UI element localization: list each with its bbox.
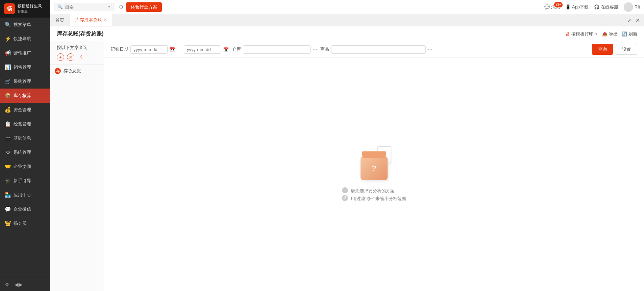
sidebar-item-system[interactable]: ⚙ 系统管理 <box>0 145 50 160</box>
finance-icon: 💰 <box>5 107 11 113</box>
online-service-button[interactable]: 🎧 在线客服 <box>594 4 618 10</box>
empty-tips: 1 请先选择要分析的方案 2 用[过滤]条件来缩小分析范围 <box>342 187 406 203</box>
settings-footer-button[interactable]: ⚙ <box>5 282 9 288</box>
sidebar-item-finance[interactable]: 💰 资金管理 <box>0 103 50 117</box>
goods-more-icon[interactable]: ··· <box>428 46 432 52</box>
content-body: 按以下方案查询 + ✕ 《 存 存货总账 记账日期 <box>50 41 644 291</box>
inventory-icon: 📦 <box>5 93 11 99</box>
logo-icon: 畅 <box>4 3 15 14</box>
sidebar-item-shortcut[interactable]: ⚡ 快捷导航 <box>0 32 50 46</box>
sidebar-item-sales[interactable]: 📊 销售管理 <box>0 60 50 74</box>
tab-close-icon[interactable]: ✕ <box>104 18 107 22</box>
industry-button[interactable]: 体验行业方案 <box>126 2 162 12</box>
operation-icon: 📋 <box>5 121 11 127</box>
settings-button[interactable]: 设置 <box>616 44 637 55</box>
headset-icon: 🎧 <box>594 4 599 9</box>
user-area[interactable]: Rit <box>624 2 640 12</box>
sidebar-item-purchase[interactable]: 🛒 采购管理 <box>0 74 50 89</box>
export-button[interactable]: 📤 导出 <box>602 31 618 37</box>
empty-box <box>361 156 388 180</box>
goods-label: 商品 <box>320 46 329 52</box>
filter-collapse-button[interactable]: 《 <box>78 54 82 60</box>
tab-home[interactable]: 首页 <box>50 14 70 26</box>
main-area: 🔍 ▼ ⚙ 体验行业方案 💬 消息 99+ 📱 App下载 🎧 在线客服 Rit <box>50 0 644 291</box>
filter-scheme-item[interactable]: 存 存货总账 <box>50 65 104 77</box>
print-button[interactable]: 🖨 按模板打印 ▼ <box>566 31 598 37</box>
query-button[interactable]: 查询 <box>592 44 613 55</box>
export-icon: 📤 <box>602 31 608 37</box>
app-badge: 标准版 <box>18 9 42 14</box>
sidebar-item-operation[interactable]: 📋 经营管理 <box>0 117 50 131</box>
warehouse-label: 仓库 <box>232 46 241 52</box>
calendar-to-icon[interactable]: 📅 <box>223 47 229 52</box>
sidebar-item-inventory[interactable]: 📦 库存核算 <box>0 89 50 103</box>
corp-icon: 🤝 <box>5 164 11 170</box>
page-header: 库存总账(存货总账) 🖨 按模板打印 ▼ 📤 导出 🔄 刷新 <box>50 26 644 41</box>
refresh-icon: 🔄 <box>622 31 627 37</box>
expand-tabs-icon[interactable]: ⤢ <box>625 14 634 26</box>
calendar-from-icon[interactable]: 📅 <box>170 47 175 52</box>
search-area[interactable]: 🔍 ▼ <box>54 3 115 11</box>
main-right: 记账日期 📅 — 📅 仓库 ··· 商品 <box>104 41 644 291</box>
date-from-input[interactable] <box>130 45 168 54</box>
print-icon: 🖨 <box>566 31 570 37</box>
empty-tip-1: 1 请先选择要分析的方案 <box>342 187 406 195</box>
sidebar-item-guide[interactable]: 🎓 新手引导 <box>0 174 50 188</box>
filter-bar-label: 按以下方案查询 <box>57 45 88 51</box>
warehouse-filter-group: 仓库 ··· <box>232 45 317 54</box>
header-actions: 🖨 按模板打印 ▼ 📤 导出 🔄 刷新 <box>566 31 637 37</box>
topbar: 🔍 ▼ ⚙ 体验行业方案 💬 消息 99+ 📱 App下载 🎧 在线客服 Rit <box>50 0 644 14</box>
refresh-button[interactable]: 🔄 刷新 <box>622 31 637 37</box>
search-input[interactable] <box>65 4 105 9</box>
filter-add-button[interactable]: + <box>57 53 64 61</box>
filter-panel: 按以下方案查询 + ✕ 《 存 存货总账 <box>50 41 104 291</box>
sidebar-item-member[interactable]: 👑 畅会员 <box>0 216 50 231</box>
filter-actions: 查询 设置 <box>592 44 637 55</box>
search-icon: 🔍 <box>57 4 63 9</box>
date-to-input[interactable] <box>184 45 221 54</box>
message-icon: 💬 <box>544 4 550 9</box>
wechat-icon: 💬 <box>5 206 11 212</box>
shortcut-icon: ⚡ <box>5 36 11 42</box>
app-name: 畅捷通好生意 <box>18 4 42 9</box>
goods-input[interactable] <box>331 45 426 54</box>
message-button[interactable]: 💬 消息 99+ <box>544 4 560 10</box>
marketing-icon: 📢 <box>5 50 11 56</box>
base-icon: 🗃 <box>5 136 11 141</box>
collapse-footer-button[interactable]: ◀▶ <box>15 282 23 288</box>
filter-fields: 记账日期 📅 — 📅 仓库 ··· 商品 <box>104 41 644 58</box>
sidebar-nav: 🔍 搜索菜单 ⚡ 快捷导航 📢 营销推广 📊 销售管理 🛒 采购管理 📦 库存核… <box>0 18 50 278</box>
filter-close-button[interactable]: ✕ <box>67 53 74 61</box>
avatar <box>624 2 633 12</box>
sidebar-item-corp[interactable]: 🤝 企业协同 <box>0 160 50 174</box>
phone-icon: 📱 <box>565 4 571 9</box>
system-icon: ⚙ <box>5 149 11 155</box>
message-badge: 99+ <box>554 2 563 7</box>
tab-inventory-ledger[interactable]: 库存成本总账 ✕ <box>70 14 113 26</box>
member-icon: 👑 <box>5 220 11 226</box>
page-title: 库存总账(存货总账) <box>57 30 104 38</box>
empty-tip-2: 2 用[过滤]条件来缩小分析范围 <box>342 195 406 202</box>
guide-icon: 🎓 <box>5 178 11 184</box>
sidebar-item-appstore[interactable]: 🏪 应用中心 <box>0 188 50 202</box>
search-icon: 🔍 <box>5 22 11 28</box>
sidebar: 畅 畅捷通好生意 标准版 🔍 搜索菜单 ⚡ 快捷导航 📢 营销推广 📊 销售管理… <box>0 0 50 291</box>
appstore-icon: 🏪 <box>5 192 11 198</box>
chevron-down-icon: ▼ <box>107 5 111 9</box>
sidebar-item-base[interactable]: 🗃 基础信息 <box>0 131 50 145</box>
app-logo: 畅 畅捷通好生意 标准版 <box>0 0 50 18</box>
sidebar-item-wechat[interactable]: 💬 企业微信 <box>0 202 50 216</box>
sidebar-item-search[interactable]: 🔍 搜索菜单 <box>0 18 50 32</box>
empty-state: 1 请先选择要分析的方案 2 用[过滤]条件来缩小分析范围 <box>104 58 644 291</box>
chevron-down-icon: ▼ <box>595 32 598 36</box>
empty-illustration <box>354 146 394 180</box>
sidebar-item-marketing[interactable]: 📢 营销推广 <box>0 46 50 60</box>
app-download-button[interactable]: 📱 App下载 <box>565 4 589 10</box>
page-content: 库存总账(存货总账) 🖨 按模板打印 ▼ 📤 导出 🔄 刷新 <box>50 26 644 291</box>
warehouse-more-icon[interactable]: ··· <box>313 46 317 52</box>
warehouse-input[interactable] <box>243 45 311 54</box>
gear-icon[interactable]: ⚙ <box>119 4 123 10</box>
goods-filter-group: 商品 ··· <box>320 45 432 54</box>
date-filter-group: 记账日期 📅 — 📅 <box>111 45 229 54</box>
sales-icon: 📊 <box>5 64 11 70</box>
